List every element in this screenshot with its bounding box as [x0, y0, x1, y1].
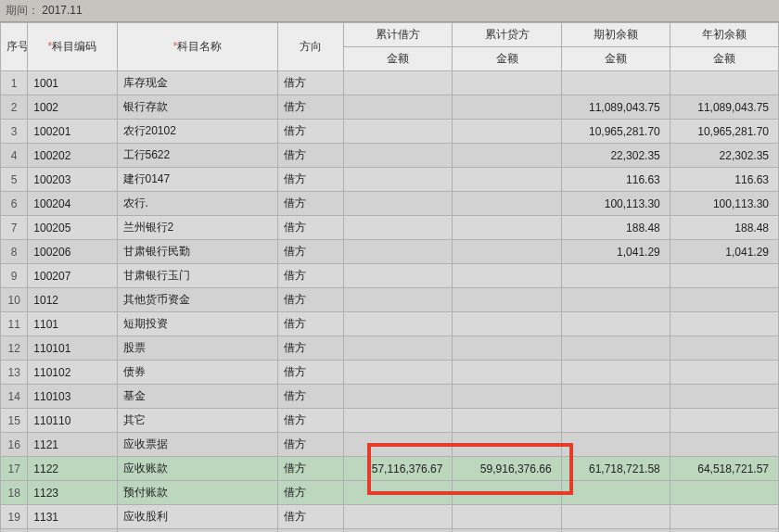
cell-debit[interactable]	[344, 529, 453, 533]
th-opening-bal[interactable]: 期初余额	[561, 23, 670, 47]
cell-dir[interactable]: 借方	[278, 409, 344, 433]
cell-debit[interactable]	[344, 505, 453, 529]
cell-open[interactable]: 10,965,281.70	[561, 120, 670, 144]
ledger-grid[interactable]: 序号 **科目编码科目编码 *科目名称 方向 累计借方 累计贷方 期初余额 年初…	[0, 22, 779, 532]
cell-open[interactable]	[561, 481, 670, 505]
table-row[interactable]: 13110102债券借方	[1, 361, 779, 385]
cell-code[interactable]: 1002	[28, 95, 117, 120]
cell-dir[interactable]: 借方	[278, 240, 344, 264]
cell-name[interactable]: 库存现金	[117, 71, 278, 95]
cell-code[interactable]: 100205	[28, 216, 117, 240]
cell-open[interactable]: 100,113.30	[561, 192, 670, 216]
cell-yopen[interactable]	[670, 312, 778, 336]
cell-credit[interactable]	[453, 120, 561, 144]
cell-dir[interactable]: 借方	[278, 120, 344, 144]
table-row[interactable]: 171122应收账款借方57,116,376.6759,916,376.6661…	[1, 457, 779, 481]
cell-yopen[interactable]	[670, 433, 778, 457]
cell-code[interactable]: 100206	[28, 240, 117, 264]
table-row[interactable]: 201132应收利息借方	[1, 529, 779, 533]
cell-yopen[interactable]	[670, 409, 778, 433]
table-row[interactable]: 15110110其它借方	[1, 409, 779, 433]
cell-name[interactable]: 农行.	[117, 192, 278, 216]
cell-name[interactable]: 应收股利	[117, 505, 278, 529]
th-name[interactable]: *科目名称	[117, 23, 278, 71]
cell-yopen[interactable]	[670, 71, 778, 95]
cell-open[interactable]	[561, 336, 670, 361]
cell-name[interactable]: 甘肃银行民勤	[117, 240, 278, 264]
cell-code[interactable]: 1001	[28, 71, 117, 95]
cell-code[interactable]: 1122	[28, 457, 117, 481]
cell-credit[interactable]	[453, 336, 561, 361]
cell-open[interactable]	[561, 71, 670, 95]
cell-dir[interactable]: 借方	[278, 361, 344, 385]
cell-dir[interactable]: 借方	[278, 95, 344, 120]
cell-credit[interactable]	[453, 144, 561, 168]
cell-open[interactable]: 22,302.35	[561, 144, 670, 168]
cell-dir[interactable]: 借方	[278, 168, 344, 192]
th-amount-1[interactable]: 金额	[344, 47, 453, 71]
cell-debit[interactable]	[344, 168, 453, 192]
cell-dir[interactable]: 借方	[278, 288, 344, 312]
cell-open[interactable]: 188.48	[561, 216, 670, 240]
cell-debit[interactable]	[344, 71, 453, 95]
cell-name[interactable]: 建行0147	[117, 168, 278, 192]
cell-debit[interactable]	[344, 240, 453, 264]
cell-name[interactable]: 股票	[117, 336, 278, 361]
cell-code[interactable]: 110101	[28, 336, 117, 361]
cell-yopen[interactable]	[670, 481, 778, 505]
cell-credit[interactable]	[453, 529, 561, 533]
table-row[interactable]: 9100207甘肃银行玉门借方	[1, 264, 779, 288]
table-row[interactable]: 3100201农行20102借方10,965,281.7010,965,281.…	[1, 120, 779, 144]
cell-name[interactable]: 应收利息	[117, 529, 278, 533]
cell-debit[interactable]: 57,116,376.67	[344, 457, 453, 481]
cell-dir[interactable]: 借方	[278, 336, 344, 361]
cell-yopen[interactable]: 22,302.35	[670, 144, 778, 168]
cell-code[interactable]: 1101	[28, 312, 117, 336]
cell-dir[interactable]: 借方	[278, 264, 344, 288]
cell-debit[interactable]	[344, 433, 453, 457]
cell-code[interactable]: 1131	[28, 505, 117, 529]
cell-code[interactable]: 110102	[28, 361, 117, 385]
th-year-open-bal[interactable]: 年初余额	[670, 23, 778, 47]
cell-name[interactable]: 应收账款	[117, 457, 278, 481]
cell-code[interactable]: 1012	[28, 288, 117, 312]
cell-yopen[interactable]: 11,089,043.75	[670, 95, 778, 120]
table-row[interactable]: 191131应收股利借方	[1, 505, 779, 529]
cell-code[interactable]: 110110	[28, 409, 117, 433]
cell-credit[interactable]	[453, 95, 561, 120]
cell-yopen[interactable]	[670, 336, 778, 361]
th-idx[interactable]: 序号	[1, 23, 28, 71]
cell-credit[interactable]	[453, 385, 561, 409]
table-row[interactable]: 5100203建行0147借方116.63116.63	[1, 168, 779, 192]
cell-open[interactable]	[561, 264, 670, 288]
cell-code[interactable]: 110103	[28, 385, 117, 409]
cell-credit[interactable]	[453, 168, 561, 192]
cell-open[interactable]	[561, 505, 670, 529]
table-row[interactable]: 11001库存现金借方	[1, 71, 779, 95]
cell-dir[interactable]: 借方	[278, 457, 344, 481]
cell-debit[interactable]	[344, 264, 453, 288]
cell-credit[interactable]: 59,916,376.66	[453, 457, 561, 481]
cell-dir[interactable]: 借方	[278, 216, 344, 240]
cell-yopen[interactable]: 64,518,721.57	[670, 457, 778, 481]
period-value[interactable]: 2017.11	[42, 4, 82, 17]
cell-dir[interactable]: 借方	[278, 71, 344, 95]
cell-code[interactable]: 100203	[28, 168, 117, 192]
cell-yopen[interactable]: 100,113.30	[670, 192, 778, 216]
table-row[interactable]: 14110103基金借方	[1, 385, 779, 409]
cell-credit[interactable]	[453, 71, 561, 95]
table-row[interactable]: 21002银行存款借方11,089,043.7511,089,043.75	[1, 95, 779, 120]
th-amount-2[interactable]: 金额	[453, 47, 561, 71]
table-row[interactable]: 4100202工行5622借方22,302.3522,302.35	[1, 144, 779, 168]
cell-dir[interactable]: 借方	[278, 433, 344, 457]
th-credit-total[interactable]: 累计贷方	[453, 23, 561, 47]
cell-debit[interactable]	[344, 120, 453, 144]
cell-name[interactable]: 应收票据	[117, 433, 278, 457]
cell-yopen[interactable]	[670, 385, 778, 409]
cell-open[interactable]	[561, 361, 670, 385]
cell-debit[interactable]	[344, 216, 453, 240]
cell-code[interactable]: 1132	[28, 529, 117, 533]
cell-credit[interactable]	[453, 481, 561, 505]
cell-open[interactable]	[561, 409, 670, 433]
cell-dir[interactable]: 借方	[278, 529, 344, 533]
